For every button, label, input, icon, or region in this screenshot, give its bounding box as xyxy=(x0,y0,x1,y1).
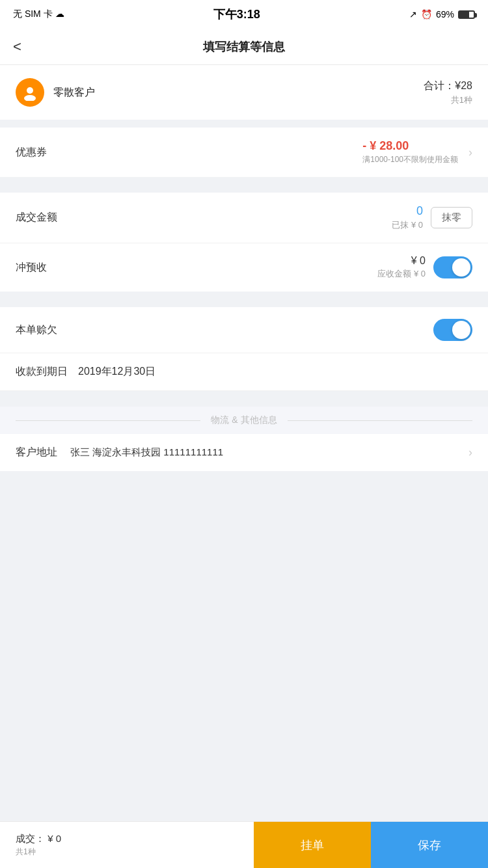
logistics-header: 物流 & 其他信息 xyxy=(0,407,488,434)
debt-row: 本单赊欠 xyxy=(0,307,488,353)
bottom-deal-value: ¥ 0 xyxy=(47,833,61,844)
prepayment-value: ¥ 0 xyxy=(377,255,426,267)
bottom-info: 成交： ¥ 0 共1种 xyxy=(0,833,254,858)
round-zero-button[interactable]: 抹零 xyxy=(431,207,472,228)
customer-row: 零散客户 合计：¥28 共1种 xyxy=(0,65,488,120)
bottom-deal: 成交： ¥ 0 xyxy=(16,833,238,845)
prepayment-sub: 应收金额 ¥ 0 xyxy=(377,268,426,280)
address-row[interactable]: 客户地址 张三 海淀永丰科技园 11111111111 › xyxy=(0,434,488,471)
svg-point-0 xyxy=(27,87,33,94)
customer-left: 零散客户 xyxy=(16,78,95,107)
debt-toggle[interactable] xyxy=(433,319,472,341)
back-button[interactable]: < xyxy=(13,38,21,55)
total-count: 共1种 xyxy=(424,94,472,106)
page-title: 填写结算等信息 xyxy=(203,39,285,55)
address-chevron-icon: › xyxy=(468,446,472,459)
alarm-icon: ⏰ xyxy=(421,9,432,20)
save-button[interactable]: 保存 xyxy=(371,822,488,869)
coupon-value-wrap: - ¥ 28.00 满1000-100不限制使用金额 xyxy=(362,139,458,165)
prepayment-toggle[interactable] xyxy=(433,256,472,278)
logistics-line-right xyxy=(288,420,472,421)
location-icon: ↗ xyxy=(409,9,417,20)
section-sep-1 xyxy=(0,185,488,193)
battery-label: 69% xyxy=(436,9,454,20)
deal-amount-value: 0 xyxy=(392,204,423,218)
logistics-line-left xyxy=(16,420,200,421)
coupon-label: 优惠券 xyxy=(16,146,47,159)
deal-amount-row: 成交金额 0 已抹 ¥ 0 抹零 xyxy=(0,193,488,243)
address-label: 客户地址 xyxy=(16,446,57,459)
prepayment-right: ¥ 0 应收金额 ¥ 0 xyxy=(377,255,472,280)
hang-button[interactable]: 挂单 xyxy=(254,822,371,869)
no-sim-label: 无 SIM 卡 ☁ xyxy=(13,8,64,20)
deal-amount-wrap: 0 已抹 ¥ 0 xyxy=(392,204,423,231)
prepayment-row: 冲预收 ¥ 0 应收金额 ¥ 0 xyxy=(0,243,488,292)
deal-amount-label: 成交金额 xyxy=(16,211,57,224)
debt-section: 本单赊欠 收款到期日 2019年12月30日 xyxy=(0,307,488,391)
address-value: 张三 海淀永丰科技园 11111111111 xyxy=(70,446,466,459)
due-date-value: 2019年12月30日 xyxy=(78,365,156,379)
due-date-row: 收款到期日 2019年12月30日 xyxy=(0,353,488,391)
debt-label: 本单赊欠 xyxy=(16,323,57,337)
coupon-value: - ¥ 28.00 xyxy=(362,139,458,153)
deal-section: 成交金额 0 已抹 ¥ 0 抹零 冲预收 ¥ 0 应收金额 ¥ 0 xyxy=(0,193,488,292)
due-date-label: 收款到期日 xyxy=(16,365,68,379)
total-amount: 合计：¥28 xyxy=(424,79,472,93)
deal-amount-right: 0 已抹 ¥ 0 抹零 xyxy=(392,204,472,231)
bottom-deal-label: 成交： xyxy=(16,833,45,844)
bottom-count: 共1种 xyxy=(16,847,238,858)
section-sep-3 xyxy=(0,399,488,407)
status-left: 无 SIM 卡 ☁ xyxy=(13,8,64,20)
empty-space xyxy=(0,479,488,596)
svg-point-1 xyxy=(24,95,36,101)
customer-name: 零散客户 xyxy=(53,86,95,100)
debt-right xyxy=(433,319,472,341)
coupon-row[interactable]: 优惠券 - ¥ 28.00 满1000-100不限制使用金额 › xyxy=(0,128,488,177)
deal-amount-sub: 已抹 ¥ 0 xyxy=(392,219,423,231)
battery-icon xyxy=(458,10,475,19)
status-time: 下午3:18 xyxy=(213,7,260,22)
prepayment-label: 冲预收 xyxy=(16,261,47,275)
customer-total: 合计：¥28 共1种 xyxy=(424,79,472,106)
coupon-sub: 满1000-100不限制使用金额 xyxy=(362,154,458,165)
section-sep-2 xyxy=(0,299,488,307)
avatar xyxy=(16,78,44,107)
prepayment-wrap: ¥ 0 应收金额 ¥ 0 xyxy=(377,255,426,280)
chevron-right-icon: › xyxy=(468,146,472,159)
status-bar: 无 SIM 卡 ☁ 下午3:18 ↗ ⏰ 69% xyxy=(0,0,488,29)
logistics-title: 物流 & 其他信息 xyxy=(211,414,277,426)
nav-bar: < 填写结算等信息 xyxy=(0,29,488,65)
coupon-right: - ¥ 28.00 满1000-100不限制使用金额 › xyxy=(362,139,472,165)
status-right: ↗ ⏰ 69% xyxy=(409,9,475,20)
bottom-bar: 成交： ¥ 0 共1种 挂单 保存 xyxy=(0,821,488,868)
coupon-section: 优惠券 - ¥ 28.00 满1000-100不限制使用金额 › xyxy=(0,128,488,177)
